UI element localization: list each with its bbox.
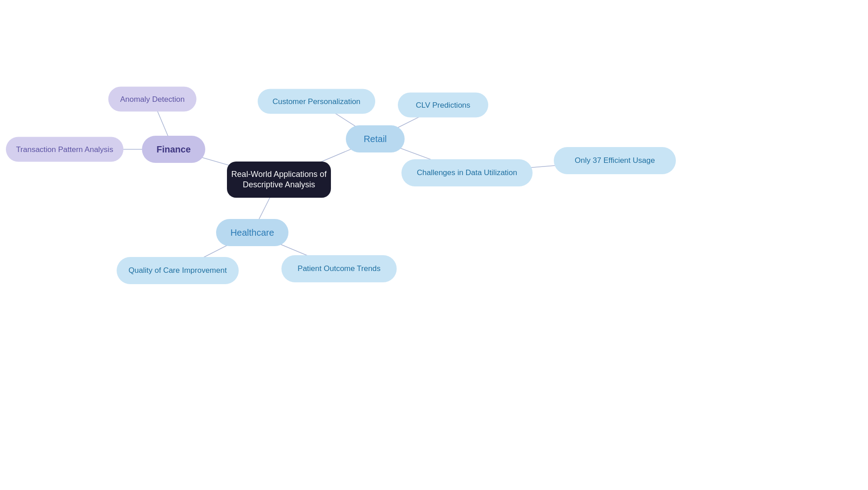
patient-node-label: Patient Outcome Trends xyxy=(297,264,380,273)
challenges-data-utilization-node[interactable]: Challenges in Data Utilization xyxy=(401,159,533,186)
challenges-node-label: Challenges in Data Utilization xyxy=(417,168,517,177)
retail-node[interactable]: Retail xyxy=(346,125,405,152)
customer-personalization-node[interactable]: Customer Personalization xyxy=(258,89,375,114)
quality-care-node[interactable]: Quality of Care Improvement xyxy=(117,257,239,284)
patient-outcome-node[interactable]: Patient Outcome Trends xyxy=(282,255,397,282)
finance-node-label: Finance xyxy=(156,144,191,155)
customer-node-label: Customer Personalization xyxy=(273,97,361,106)
efficient-usage-node[interactable]: Only 37 Efficient Usage xyxy=(554,147,676,174)
clv-node-label: CLV Predictions xyxy=(416,100,471,109)
quality-node-label: Quality of Care Improvement xyxy=(128,266,226,275)
clv-predictions-node[interactable]: CLV Predictions xyxy=(398,93,488,118)
healthcare-node[interactable]: Healthcare xyxy=(216,219,288,246)
healthcare-node-label: Healthcare xyxy=(231,228,274,238)
transaction-node-label: Transaction Pattern Analysis xyxy=(16,145,113,154)
center-node-label: Real-World Applications of Descriptive A… xyxy=(231,169,327,190)
retail-node-label: Retail xyxy=(363,134,387,144)
transaction-pattern-node[interactable]: Transaction Pattern Analysis xyxy=(6,137,123,162)
center-node[interactable]: Real-World Applications of Descriptive A… xyxy=(227,162,331,198)
anomaly-node-label: Anomaly Detection xyxy=(120,95,185,104)
efficient-node-label: Only 37 Efficient Usage xyxy=(575,156,655,165)
anomaly-detection-node[interactable]: Anomaly Detection xyxy=(108,87,197,112)
finance-node[interactable]: Finance xyxy=(142,136,205,163)
